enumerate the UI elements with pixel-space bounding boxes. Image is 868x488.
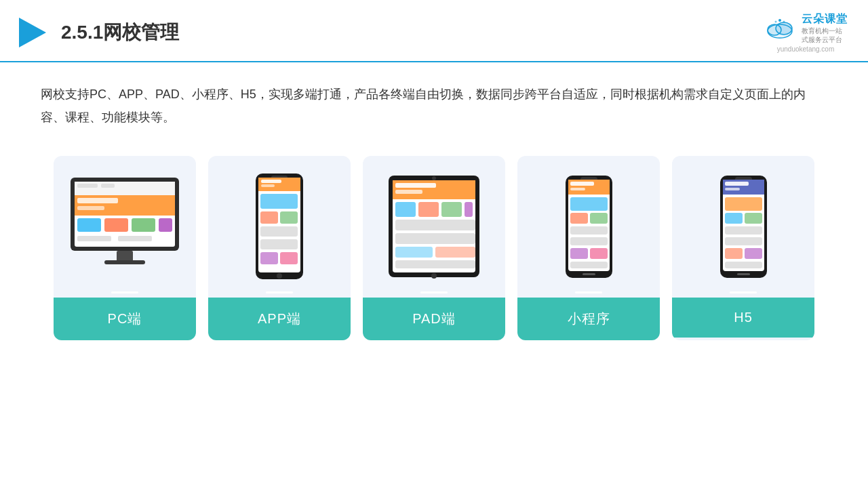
h5-label-wrap: H5 — [672, 291, 814, 338]
svg-rect-35 — [260, 226, 298, 237]
svg-rect-48 — [441, 202, 462, 217]
svg-rect-36 — [260, 239, 298, 249]
svg-rect-82 — [725, 248, 743, 259]
svg-rect-30 — [261, 180, 281, 183]
svg-point-8 — [783, 20, 785, 22]
brand-url: yunduoketang.com — [777, 45, 835, 53]
svg-rect-20 — [132, 218, 155, 232]
mini-phone-icon — [564, 174, 614, 279]
svg-rect-19 — [104, 218, 128, 232]
brand-name: 云朵课堂 — [802, 12, 848, 26]
description-content: 网校支持PC、APP、PAD、小程序、H5，实现多端打通，产品各终端自由切换，数… — [41, 87, 806, 124]
svg-rect-67 — [570, 248, 588, 259]
mini-label-wrap: 小程序 — [517, 291, 660, 340]
svg-rect-21 — [159, 218, 172, 232]
header-right: 云朵课堂 教育机构一站式服务云平台 yunduoketang.com — [764, 12, 848, 53]
svg-point-9 — [775, 20, 777, 22]
pad-label-wrap: PAD端 — [363, 291, 505, 340]
svg-rect-14 — [101, 184, 115, 188]
svg-rect-50 — [395, 220, 475, 230]
svg-rect-45 — [395, 190, 422, 194]
svg-rect-17 — [77, 206, 104, 210]
device-card-app: APP端 — [208, 156, 351, 340]
brand-tagline: 教育机构一站式服务云平台 — [802, 26, 842, 44]
svg-rect-79 — [745, 213, 762, 224]
page-title: 2.5.1网校管理 — [61, 20, 179, 45]
svg-rect-80 — [725, 226, 762, 235]
label-bar-app — [266, 291, 293, 293]
svg-point-55 — [431, 273, 437, 279]
device-card-miniprogram: 小程序 — [517, 156, 660, 340]
device-image-app — [208, 156, 351, 291]
device-card-pc: PC端 — [54, 156, 196, 340]
pad-tablet-icon — [383, 172, 485, 281]
svg-rect-60 — [570, 182, 594, 186]
h5-phone-icon — [718, 174, 769, 279]
app-label: APP端 — [208, 298, 351, 340]
svg-rect-18 — [77, 218, 101, 232]
svg-rect-46 — [395, 202, 416, 217]
pad-label: PAD端 — [363, 298, 505, 340]
app-phone-icon — [252, 172, 307, 281]
svg-rect-84 — [725, 262, 762, 268]
svg-rect-85 — [737, 273, 750, 275]
svg-rect-13 — [77, 184, 98, 188]
pc-label: PC端 — [54, 298, 196, 340]
device-image-h5 — [672, 156, 814, 291]
header-left: 2.5.1网校管理 — [14, 15, 179, 50]
svg-rect-38 — [280, 252, 298, 264]
svg-rect-44 — [395, 183, 436, 188]
pc-label-wrap: PC端 — [54, 291, 196, 340]
svg-rect-66 — [570, 237, 608, 245]
device-cards-container: PC端 — [0, 142, 868, 361]
logo-icon — [14, 15, 49, 50]
svg-rect-16 — [77, 198, 118, 203]
svg-rect-37 — [260, 252, 278, 264]
svg-rect-49 — [465, 202, 473, 217]
svg-rect-51 — [395, 233, 475, 244]
app-label-wrap: APP端 — [208, 291, 351, 340]
svg-rect-69 — [570, 262, 608, 268]
svg-rect-63 — [570, 213, 588, 224]
mini-label: 小程序 — [517, 298, 660, 340]
svg-rect-52 — [395, 247, 433, 258]
svg-point-39 — [277, 273, 282, 279]
svg-rect-22 — [77, 236, 111, 241]
svg-rect-24 — [117, 251, 133, 262]
brand-text: 云朵课堂 教育机构一站式服务云平台 — [802, 12, 848, 44]
h5-label: H5 — [672, 298, 814, 338]
cloud-brand-icon — [764, 16, 796, 41]
description-text: 网校支持PC、APP、PAD、小程序、H5，实现多端打通，产品各终端自由切换，数… — [0, 62, 868, 136]
svg-rect-76 — [725, 188, 740, 190]
svg-rect-62 — [570, 197, 608, 211]
svg-rect-47 — [418, 202, 439, 217]
svg-rect-54 — [395, 260, 475, 268]
label-bar-h5 — [730, 291, 757, 293]
svg-rect-61 — [570, 188, 585, 190]
svg-rect-32 — [260, 194, 298, 209]
device-image-pad — [363, 156, 505, 291]
device-image-mini — [517, 156, 660, 291]
svg-rect-77 — [725, 197, 762, 211]
svg-rect-31 — [261, 184, 275, 187]
label-bar-mini — [575, 291, 602, 293]
svg-rect-64 — [590, 213, 608, 224]
pc-monitor-icon — [64, 172, 186, 281]
header: 2.5.1网校管理 云朵课堂 教育机构一站式服务云平台 yunduoketan — [0, 0, 868, 62]
svg-rect-78 — [725, 213, 743, 224]
svg-rect-33 — [260, 211, 278, 224]
label-bar-pad — [420, 291, 448, 293]
svg-rect-53 — [435, 247, 475, 258]
svg-point-7 — [778, 19, 781, 22]
svg-rect-65 — [570, 226, 608, 235]
svg-rect-23 — [118, 236, 152, 241]
svg-rect-68 — [590, 248, 608, 259]
device-image-pc — [54, 156, 196, 291]
svg-rect-81 — [725, 237, 762, 245]
svg-marker-0 — [19, 18, 46, 47]
label-bar-pc — [111, 291, 138, 293]
svg-point-42 — [432, 176, 436, 180]
device-card-h5: H5 — [672, 156, 814, 340]
svg-rect-25 — [104, 260, 145, 264]
svg-rect-75 — [725, 182, 749, 186]
